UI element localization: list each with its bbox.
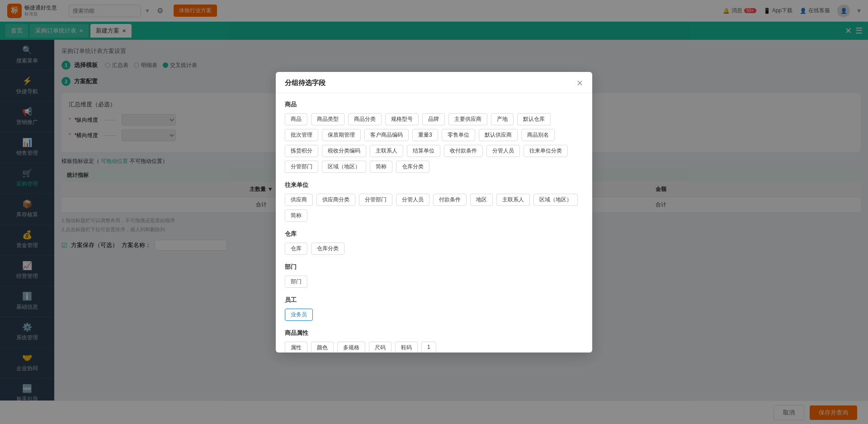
field-tags-partner: 供应商供应商分类分管部门分管人员付款条件地区主联系人区域（地区）简称 — [285, 194, 583, 222]
field-tag[interactable]: 商品别名 — [521, 129, 555, 141]
field-tag[interactable]: 零售单位 — [442, 129, 475, 141]
field-tag[interactable]: 供应商 — [285, 194, 313, 206]
field-section-title-staff: 员工 — [285, 296, 583, 304]
field-tag[interactable]: 属性 — [285, 342, 307, 353]
field-tag[interactable]: 客户商品编码 — [364, 129, 409, 141]
field-tag[interactable]: 税收分类编码 — [322, 145, 366, 157]
field-tag[interactable]: 主联系人 — [370, 145, 403, 157]
field-tags-department: 部门 — [285, 276, 583, 288]
field-tag[interactable]: 鞋码 — [395, 342, 418, 353]
field-tags-staff: 业务员 — [285, 309, 583, 321]
field-section-title-partner: 往来单位 — [285, 181, 583, 189]
field-tag[interactable]: 1 — [421, 342, 436, 353]
modal-body[interactable]: 商品商品商品类型商品分类规格型号品牌主要供应商产地默认仓库批次管理保质期管理客户… — [276, 93, 592, 353]
field-tag[interactable]: 重量3 — [412, 129, 438, 141]
field-tag[interactable]: 供应商分类 — [316, 194, 355, 206]
modal-header: 分组待选字段 ✕ — [276, 72, 592, 93]
field-tag[interactable]: 主联系人 — [496, 194, 530, 206]
field-tag[interactable]: 颜色 — [311, 342, 334, 353]
field-section-product: 商品商品商品类型商品分类规格型号品牌主要供应商产地默认仓库批次管理保质期管理客户… — [285, 100, 583, 173]
field-section-partner: 往来单位供应商供应商分类分管部门分管人员付款条件地区主联系人区域（地区）简称 — [285, 181, 583, 222]
field-tag[interactable]: 区域（地区） — [322, 161, 366, 173]
field-tag[interactable]: 品牌 — [422, 113, 445, 125]
field-tag[interactable]: 尺码 — [369, 342, 392, 353]
field-tag[interactable]: 主要供应商 — [448, 113, 487, 125]
field-tag[interactable]: 商品 — [285, 113, 307, 125]
field-tag[interactable]: 仓库分类 — [396, 161, 429, 173]
field-tag[interactable]: 区域（地区） — [533, 194, 578, 206]
field-tag[interactable]: 拣货积分 — [285, 145, 318, 157]
field-section-title-department: 部门 — [285, 263, 583, 271]
field-tag[interactable]: 仓库 — [285, 243, 307, 255]
field-tag[interactable]: 部门 — [285, 276, 307, 288]
field-tag[interactable]: 保质期管理 — [322, 129, 361, 141]
field-tags-product: 商品商品类型商品分类规格型号品牌主要供应商产地默认仓库批次管理保质期管理客户商品… — [285, 113, 583, 173]
field-tags-warehouse: 仓库仓库分类 — [285, 243, 583, 255]
field-tag[interactable]: 默认仓库 — [517, 113, 551, 125]
field-section-title-product-attr: 商品属性 — [285, 329, 583, 337]
modal-overlay: 分组待选字段 ✕ 商品商品商品类型商品分类规格型号品牌主要供应商产地默认仓库批次… — [0, 0, 868, 424]
field-tag[interactable]: 默认供应商 — [479, 129, 518, 141]
modal-close-button[interactable]: ✕ — [576, 78, 583, 88]
field-tag[interactable]: 仓库分类 — [311, 243, 344, 255]
field-tag[interactable]: 分管部门 — [285, 161, 318, 173]
field-tag[interactable]: 简称 — [285, 210, 307, 222]
field-tag[interactable]: 地区 — [470, 194, 493, 206]
field-tag[interactable]: 业务员 — [285, 309, 313, 321]
field-tag[interactable]: 分管人员 — [396, 194, 429, 206]
field-tag[interactable]: 分管人员 — [486, 145, 520, 157]
field-section-department: 部门部门 — [285, 263, 583, 288]
field-tag[interactable]: 简称 — [370, 161, 392, 173]
modal: 分组待选字段 ✕ 商品商品商品类型商品分类规格型号品牌主要供应商产地默认仓库批次… — [276, 72, 592, 353]
field-tag[interactable]: 商品类型 — [311, 113, 344, 125]
field-tag[interactable]: 结算单位 — [407, 145, 440, 157]
modal-title: 分组待选字段 — [285, 79, 326, 87]
field-tag[interactable]: 产地 — [491, 113, 514, 125]
field-tags-product-attr: 属性颜色多规格尺码鞋码1 — [285, 342, 583, 353]
field-tag[interactable]: 批次管理 — [285, 129, 318, 141]
field-section-title-product: 商品 — [285, 100, 583, 109]
field-section-warehouse: 仓库仓库仓库分类 — [285, 230, 583, 255]
field-tag[interactable]: 付款条件 — [433, 194, 467, 206]
field-tag[interactable]: 分管部门 — [359, 194, 392, 206]
field-section-product-attr: 商品属性属性颜色多规格尺码鞋码1 — [285, 329, 583, 353]
field-tag[interactable]: 商品分类 — [348, 113, 382, 125]
field-section-title-warehouse: 仓库 — [285, 230, 583, 238]
field-tag[interactable]: 往来单位分类 — [524, 145, 568, 157]
field-tag[interactable]: 规格型号 — [385, 113, 419, 125]
field-section-staff: 员工业务员 — [285, 296, 583, 321]
field-tag[interactable]: 多规格 — [337, 342, 365, 353]
field-tag[interactable]: 收付款条件 — [444, 145, 483, 157]
